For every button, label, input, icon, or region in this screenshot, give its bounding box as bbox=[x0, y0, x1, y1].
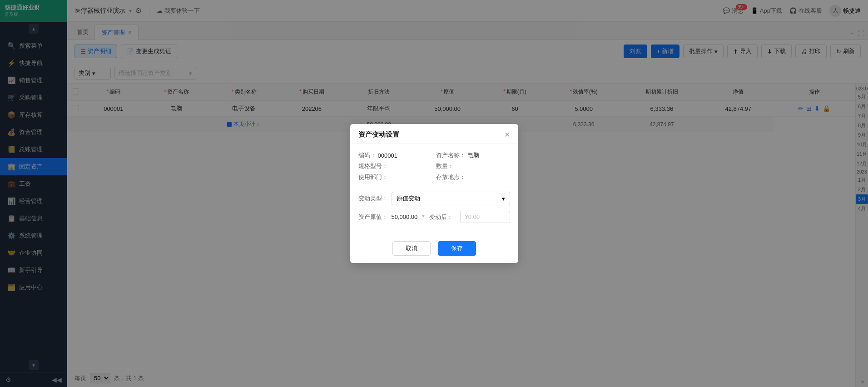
dialog-info-grid: 编码： 000001 资产名称： 电脑 规格型号： 数量： 使用部门： bbox=[358, 151, 510, 181]
dialog-location-item: 存放地点： bbox=[436, 173, 510, 181]
change-type-row: 变动类型： 原值变动 ▾ bbox=[358, 192, 510, 205]
change-type-label: 变动类型： bbox=[358, 194, 388, 203]
asset-name-value: 电脑 bbox=[467, 151, 479, 159]
asset-change-dialog: 资产变动设置 ✕ 编码： 000001 资产名称： 电脑 规格型号： 数量： bbox=[350, 124, 518, 263]
change-type-select[interactable]: 原值变动 ▾ bbox=[392, 192, 510, 205]
original-value-row: 资产原值： 50,000.00 * 变动后： bbox=[358, 211, 510, 223]
dialog-department-item: 使用部门： bbox=[358, 173, 432, 181]
cancel-btn[interactable]: 取消 bbox=[392, 241, 431, 256]
dialog-asset-name-item: 资产名称： 电脑 bbox=[436, 151, 510, 159]
dialog-header: 资产变动设置 ✕ bbox=[350, 124, 518, 144]
dialog-title: 资产变动设置 bbox=[358, 130, 399, 139]
dialog-divider bbox=[358, 187, 510, 187]
original-value-label: 资产原值： bbox=[358, 213, 388, 221]
dialog-code-item: 编码： 000001 bbox=[358, 151, 432, 159]
quantity-label: 数量： bbox=[436, 162, 454, 170]
dialog-overlay: 资产变动设置 ✕ 编码： 000001 资产名称： 电脑 规格型号： 数量： bbox=[0, 0, 868, 387]
code-label: 编码： bbox=[358, 151, 376, 159]
after-change-input[interactable] bbox=[460, 211, 510, 223]
dialog-body: 编码： 000001 资产名称： 电脑 规格型号： 数量： 使用部门： bbox=[350, 144, 518, 236]
dialog-close-btn[interactable]: ✕ bbox=[504, 131, 510, 139]
original-value-display: 50,000.00 bbox=[392, 213, 419, 220]
spec-label: 规格型号： bbox=[358, 162, 388, 170]
dialog-quantity-item: 数量： bbox=[436, 162, 510, 170]
dialog-spec-item: 规格型号： bbox=[358, 162, 432, 170]
save-btn[interactable]: 保存 bbox=[438, 241, 476, 256]
code-value: 000001 bbox=[378, 152, 397, 159]
dialog-footer: 取消 保存 bbox=[350, 236, 518, 263]
required-star: * bbox=[422, 213, 424, 220]
change-type-value: 原值变动 bbox=[397, 194, 420, 203]
change-type-dropdown-icon: ▾ bbox=[502, 195, 505, 202]
asset-name-label: 资产名称： bbox=[436, 151, 466, 159]
location-label: 存放地点： bbox=[436, 173, 466, 181]
after-change-label: 变动后： bbox=[429, 213, 456, 221]
department-label: 使用部门： bbox=[358, 173, 388, 181]
